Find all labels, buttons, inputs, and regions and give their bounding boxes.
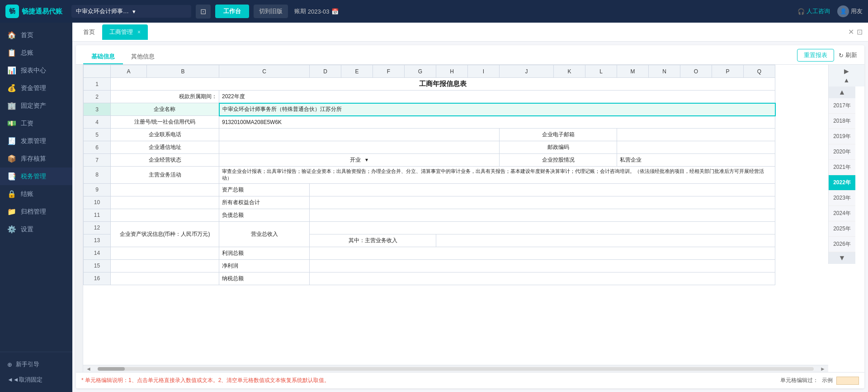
calendar-icon[interactable]: 📅: [331, 8, 339, 15]
refresh-button[interactable]: ↻ 刷新: [839, 51, 857, 59]
sidebar-label-salary: 工资: [21, 120, 33, 128]
total-revenue-value[interactable]: [310, 221, 775, 234]
workbench-button[interactable]: 工作台: [215, 5, 249, 18]
new-user-guide[interactable]: ⊕ 新手引导: [0, 357, 72, 372]
headset-icon: 🎧: [797, 8, 805, 15]
sidebar-label-finance: 资金管理: [21, 84, 46, 92]
maximize-icon[interactable]: ⊡: [857, 28, 863, 36]
sidebar-item-assets[interactable]: 🏢 固定资产: [0, 97, 72, 115]
row-num-1: 1: [84, 78, 111, 91]
net-profit-value[interactable]: [310, 259, 775, 272]
sidebar-label-settings: 设置: [21, 225, 33, 234]
col-header-C: C: [219, 65, 310, 78]
phone-label: 企业联系电话: [111, 129, 219, 141]
sidebar-item-closing[interactable]: 🔒 结账: [0, 185, 72, 203]
expand-left-icon[interactable]: ▲: [844, 76, 850, 84]
phone-value[interactable]: [219, 129, 500, 141]
year-2017[interactable]: 2017年: [829, 98, 855, 114]
year-scroll-down[interactable]: ▼: [829, 252, 855, 264]
year-2024[interactable]: 2024年: [829, 206, 855, 221]
year-2026[interactable]: 2026年: [829, 237, 855, 252]
col-header-F: F: [373, 65, 405, 78]
h-scroll-track: [98, 367, 814, 371]
h-scroll-thumb[interactable]: [98, 367, 125, 371]
sub-tabs: 基础信息 其他信息 重置报表 ↻ 刷新: [76, 45, 864, 65]
collapse-right-icon[interactable]: ▶: [844, 67, 849, 75]
sidebar-item-invoice[interactable]: 🧾 发票管理: [0, 132, 72, 150]
equity-value[interactable]: [310, 196, 775, 209]
sidebar-item-ledger[interactable]: 📋 总账: [0, 44, 72, 62]
row-num-13: 13: [84, 234, 111, 247]
sidebar-label-inventory: 库存核算: [21, 155, 46, 163]
main-layout: 🏠 首页 📋 总账 📊 报表中心 💰 资金管理 🏢 固定资产 💵 工资: [0, 23, 868, 392]
h-scrollbar[interactable]: ◄ ►: [83, 365, 828, 372]
sidebar-item-reports[interactable]: 📊 报表中心: [0, 62, 72, 79]
scroll-left-icon[interactable]: ◄: [83, 366, 94, 372]
close-window-icon[interactable]: ✕: [848, 28, 854, 36]
reset-report-button[interactable]: 重置报表: [797, 49, 834, 62]
year-scroll-up[interactable]: ▲: [829, 86, 855, 98]
year-2022[interactable]: 2022年: [829, 175, 855, 191]
year-panel: ▲ 2017年 2018年 2019年 2020年 2021年 2022年 20…: [828, 86, 855, 264]
total-profit-value[interactable]: [310, 247, 775, 259]
service-button[interactable]: 🎧 人工咨询: [797, 7, 830, 15]
sidebar-item-salary[interactable]: 💵 工资: [0, 115, 72, 132]
year-2019[interactable]: 2019年: [829, 129, 855, 144]
table-row: 4 注册号/统一社会信用代码 91320100MA208E5W6K: [84, 116, 775, 129]
sidebar-item-finance[interactable]: 💰 资金管理: [0, 79, 72, 97]
sidebar-item-tax[interactable]: 📑 税务管理: [0, 167, 72, 185]
email-value[interactable]: [617, 129, 775, 141]
tab-home[interactable]: 首页: [78, 24, 100, 40]
copy-icon[interactable]: ⊡: [196, 5, 211, 19]
example-label: 示例: [822, 377, 833, 384]
liability-value[interactable]: [310, 209, 775, 221]
tab-business-mgmt[interactable]: 工商管理 ×: [102, 24, 148, 40]
old-version-button[interactable]: 切到旧版: [254, 5, 288, 18]
sidebar-item-home[interactable]: 🏠 首页: [0, 26, 72, 44]
total-tax-value[interactable]: [310, 272, 775, 285]
scroll-right-icon[interactable]: ►: [817, 366, 828, 372]
spreadsheet-area: A B C D E F G H I J: [76, 65, 864, 372]
r11-a: [111, 209, 219, 221]
postcode-value[interactable]: [617, 141, 775, 154]
ledger-icon: 📋: [7, 48, 16, 57]
liability-label: 负债总额: [219, 209, 310, 221]
year-2023[interactable]: 2023年: [829, 191, 855, 206]
sidebar-item-inventory[interactable]: 📦 库存核算: [0, 150, 72, 167]
user-menu[interactable]: 👤 用友: [837, 5, 863, 17]
net-profit-label: 净利润: [219, 259, 310, 272]
subtab-basic-info[interactable]: 基础信息: [83, 50, 123, 64]
year-2021[interactable]: 2021年: [829, 160, 855, 175]
control-value[interactable]: 私营企业: [617, 154, 775, 167]
reg-code-value[interactable]: 91320100MA208E5W6K: [219, 116, 775, 129]
main-revenue-value[interactable]: [436, 234, 775, 247]
spreadsheet-container[interactable]: A B C D E F G H I J: [83, 65, 828, 365]
sidebar-label-invoice: 发票管理: [21, 137, 46, 145]
unpin-button[interactable]: ◄◄取消固定: [0, 372, 72, 387]
year-2020[interactable]: 2020年: [829, 144, 855, 160]
panel-collapse[interactable]: ▶ ▲: [828, 65, 864, 86]
total-assets-value[interactable]: [310, 183, 775, 196]
biz-status-value[interactable]: 开业 ▾: [219, 154, 500, 167]
address-value[interactable]: [219, 141, 500, 154]
company-selector[interactable]: 中审众环会计师事务所（特殊普通合伙... ▾: [71, 5, 191, 18]
row-num-14: 14: [84, 247, 111, 259]
assets-icon: 🏢: [7, 101, 16, 110]
tax-period-value[interactable]: 2022年度: [219, 91, 775, 103]
col-header-B: B: [147, 65, 219, 78]
subtab-other-info[interactable]: 其他信息: [123, 50, 163, 64]
year-2025[interactable]: 2025年: [829, 221, 855, 237]
left-scroll: [76, 65, 83, 372]
year-2018[interactable]: 2018年: [829, 114, 855, 129]
sidebar-label-reports: 报表中心: [21, 67, 46, 75]
sidebar-item-settings[interactable]: ⚙️ 设置: [0, 220, 72, 238]
total-assets-label: 资产总额: [219, 183, 310, 196]
period-label: 账期 2023-03 📅: [294, 7, 339, 15]
company-name-value[interactable]: 中审众环会计师事务所（特殊普通合伙）江苏分所: [219, 103, 775, 116]
col-header-D: D: [310, 65, 341, 78]
equity-label: 所有者权益合计: [219, 196, 310, 209]
tab-close-icon[interactable]: ×: [137, 29, 141, 35]
avatar: 👤: [837, 5, 849, 17]
main-biz-value[interactable]: 审查企业会计报表；出具审计报告；验证企业资本；出具验资报告；办理企业合并、分立、…: [219, 167, 775, 184]
sidebar-item-archive[interactable]: 📁 归档管理: [0, 203, 72, 220]
